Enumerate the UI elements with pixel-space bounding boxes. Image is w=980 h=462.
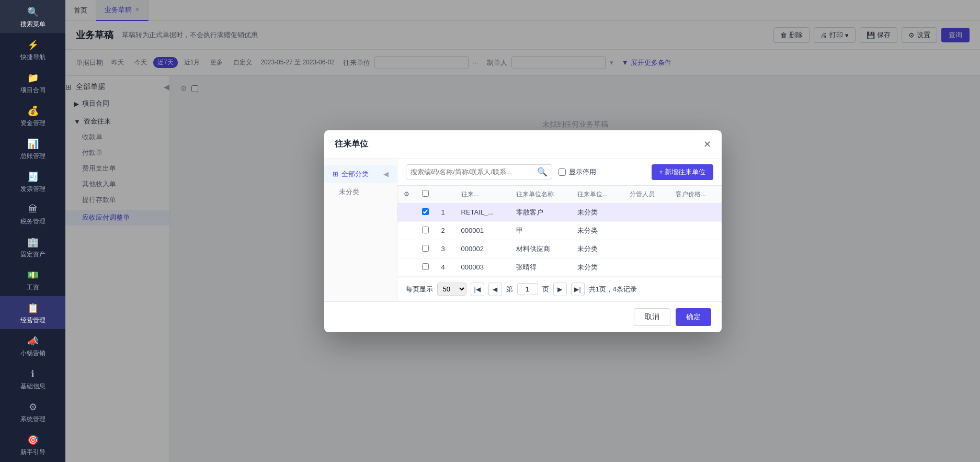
sidebar-item-project[interactable]: 📁 项目合同 xyxy=(0,66,65,99)
confirm-button[interactable]: 确定 xyxy=(676,308,711,326)
search-icon: 🔍 xyxy=(27,6,39,18)
sidebar-item-quick-nav[interactable]: ⚡ 快捷导航 xyxy=(0,33,65,66)
add-partner-button[interactable]: + 新增往来单位 xyxy=(652,164,713,180)
row-price-2 xyxy=(669,221,722,240)
row-settings xyxy=(397,221,416,240)
row-check xyxy=(416,240,435,258)
sidebar-item-tax[interactable]: 🏛 税务管理 xyxy=(0,198,65,230)
table-row[interactable]: 2 000001 甲 未分类 xyxy=(397,221,722,240)
project-icon: 📁 xyxy=(27,72,39,84)
modal-overlay: 往来单位 ✕ ⊞ 全部分类 ◀ 未分类 xyxy=(65,0,980,462)
sidebar-item-sys-mgmt[interactable]: ⚙ 系统管理 xyxy=(0,395,65,428)
cat-all[interactable]: ⊞ 全部分类 ◀ xyxy=(324,165,397,183)
row-checkbox-3[interactable] xyxy=(422,245,429,252)
th-name: 往来单位名称 xyxy=(510,186,571,204)
row-cat-1: 未分类 xyxy=(571,203,623,221)
row-num-2: 2 xyxy=(435,221,455,240)
row-num-1: 1 xyxy=(435,203,455,221)
row-mgr-1 xyxy=(623,203,669,221)
select-all-table-checkbox[interactable] xyxy=(422,190,429,197)
main-area: 首页 业务草稿 ✕ 业务草稿 草稿转为正式单据时，不会执行满赠促销优惠 🗑 删除… xyxy=(65,0,980,462)
partner-search-input[interactable] xyxy=(411,168,534,176)
page-number-input[interactable] xyxy=(517,283,538,295)
per-page-select[interactable]: 50 20 100 xyxy=(437,283,466,296)
th-num xyxy=(435,186,455,204)
dialog-body: ⊞ 全部分类 ◀ 未分类 🔍 xyxy=(324,159,722,301)
quick-nav-icon: ⚡ xyxy=(27,39,39,51)
row-name-2: 甲 xyxy=(510,221,571,240)
row-num-3: 3 xyxy=(435,240,455,258)
row-mgr-4 xyxy=(623,258,669,276)
th-code: 往来... xyxy=(455,186,510,204)
show-disabled-checkbox[interactable] xyxy=(559,168,566,176)
sidebar: 🔍 搜索菜单 ⚡ 快捷导航 📁 项目合同 💰 资金管理 📊 总账管理 🧾 发票管… xyxy=(0,0,65,462)
row-check xyxy=(416,258,435,276)
th-settings: ⚙ xyxy=(397,186,416,204)
row-settings xyxy=(397,258,416,276)
row-code-3: 000002 xyxy=(455,240,510,258)
row-num-4: 4 xyxy=(435,258,455,276)
table-row[interactable]: 4 000003 张晴得 未分类 xyxy=(397,258,722,276)
sidebar-item-marketing[interactable]: 📣 小畅营销 xyxy=(0,329,65,362)
row-name-4: 张晴得 xyxy=(510,258,571,276)
collapse-cat-icon[interactable]: ◀ xyxy=(383,170,389,178)
show-disabled-toggle: 显示停用 xyxy=(559,167,596,177)
row-checkbox-2[interactable] xyxy=(422,227,429,233)
row-price-3 xyxy=(669,240,722,258)
invoice-icon: 🧾 xyxy=(27,171,39,183)
row-check xyxy=(416,221,435,240)
row-name-3: 材料供应商 xyxy=(510,240,571,258)
dialog-table: ⚙ 往来... 往来单位名称 往来单位... 分管人员 客户价格... xyxy=(397,186,722,277)
row-code-2: 000001 xyxy=(455,221,510,240)
sidebar-item-accounting[interactable]: 📊 总账管理 xyxy=(0,132,65,165)
new-guide-icon: 🎯 xyxy=(27,434,39,446)
fixed-assets-icon: 🏢 xyxy=(27,236,39,248)
th-manager: 分管人员 xyxy=(623,186,669,204)
sidebar-item-ops[interactable]: 📋 经营管理 xyxy=(0,296,65,329)
row-cat-4: 未分类 xyxy=(571,258,623,276)
dialog-main: 🔍 显示停用 + 新增往来单位 ⚙ xyxy=(397,159,722,301)
row-settings xyxy=(397,240,416,258)
row-check xyxy=(416,203,435,221)
sidebar-item-salary[interactable]: 💵 工资 xyxy=(0,263,65,296)
row-checkbox-4[interactable] xyxy=(422,263,429,270)
sidebar-item-invoice[interactable]: 🧾 发票管理 xyxy=(0,165,65,198)
row-checkbox-1[interactable] xyxy=(422,208,429,215)
table-row[interactable]: 1 RETAIL_... 零散客户 未分类 xyxy=(397,203,722,221)
accounting-icon: 📊 xyxy=(27,138,39,150)
dialog-pagination: 每页显示 50 20 100 |◀ ◀ 第 页 ▶ ▶| 共1页，4条 xyxy=(397,277,722,301)
row-price-1 xyxy=(669,203,722,221)
ops-icon: 📋 xyxy=(27,302,39,314)
prev-page-btn[interactable]: ◀ xyxy=(488,283,502,296)
search-icon: 🔍 xyxy=(537,167,548,177)
row-settings xyxy=(397,203,416,221)
row-cat-3: 未分类 xyxy=(571,240,623,258)
last-page-btn[interactable]: ▶| xyxy=(571,283,585,296)
cancel-button[interactable]: 取消 xyxy=(634,308,670,326)
dialog-title: 往来单位 xyxy=(335,139,368,150)
sidebar-item-capital[interactable]: 💰 资金管理 xyxy=(0,99,65,132)
table-row[interactable]: 3 000002 材料供应商 未分类 xyxy=(397,240,722,258)
dialog-toolbar: 🔍 显示停用 + 新增往来单位 xyxy=(397,159,722,186)
marketing-icon: 📣 xyxy=(27,335,39,347)
grid-small-icon: ⊞ xyxy=(333,170,338,178)
dialog-sidebar: ⊞ 全部分类 ◀ 未分类 xyxy=(324,159,397,301)
cat-uncategorized[interactable]: 未分类 xyxy=(324,183,397,201)
first-page-btn[interactable]: |◀ xyxy=(471,283,484,296)
next-page-btn[interactable]: ▶ xyxy=(553,283,567,296)
row-code-1: RETAIL_... xyxy=(455,203,510,221)
base-info-icon: ℹ xyxy=(31,368,35,380)
row-code-4: 000003 xyxy=(455,258,510,276)
th-check xyxy=(416,186,435,204)
tax-icon: 🏛 xyxy=(28,204,38,215)
dialog-close-button[interactable]: ✕ xyxy=(703,139,711,150)
sidebar-item-base-info[interactable]: ℹ 基础信息 xyxy=(0,362,65,395)
partner-dialog: 往来单位 ✕ ⊞ 全部分类 ◀ 未分类 xyxy=(324,130,722,332)
dialog-actions: 取消 确定 xyxy=(324,301,722,332)
sidebar-item-fixed-assets[interactable]: 🏢 固定资产 xyxy=(0,230,65,263)
row-name-1: 零散客户 xyxy=(510,203,571,221)
search-box: 🔍 xyxy=(406,164,552,179)
sidebar-item-search[interactable]: 🔍 搜索菜单 xyxy=(0,0,65,33)
sidebar-item-new-guide[interactable]: 🎯 新手引导 xyxy=(0,428,65,461)
row-price-4 xyxy=(669,258,722,276)
